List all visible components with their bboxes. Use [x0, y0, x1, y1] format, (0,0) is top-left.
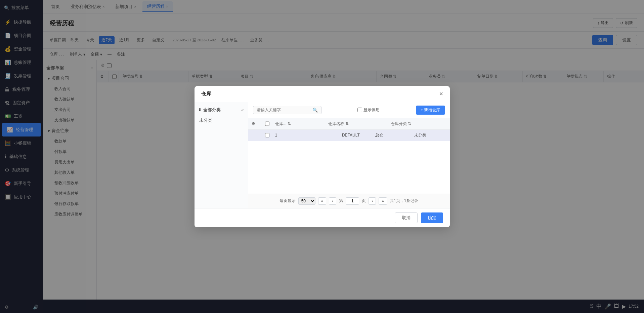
modal-table: ⚙ 仓库... ⇅ 仓库名称 ⇅ 仓库分类 ⇅ 1 DEFAULT 总仓: [248, 118, 450, 194]
modal-total-info: 共1页，1条记录: [390, 198, 418, 204]
modal-table-header: ⚙ 仓库... ⇅ 仓库名称 ⇅ 仓库分类 ⇅: [248, 118, 450, 130]
show-disabled-label: 显示停用: [363, 107, 380, 113]
modal-actions: 取消 确定: [195, 208, 450, 227]
modal-next-btn[interactable]: ›: [369, 197, 376, 205]
row-no: 1: [272, 130, 305, 141]
row-gear: [248, 130, 262, 141]
add-warehouse-button[interactable]: + 新增仓库: [416, 106, 445, 115]
modal-left-panel: ⠿ 全部分类 « 未分类: [195, 102, 248, 208]
modal-page-suffix: 页: [362, 198, 366, 204]
th-check: [262, 118, 272, 129]
modal-last-btn[interactable]: »: [379, 197, 387, 205]
modal-cat-unclassified[interactable]: 未分类: [195, 115, 248, 126]
modal-title: 仓库: [201, 91, 211, 97]
modal-search-input[interactable]: [257, 108, 310, 112]
th-gear: ⚙: [248, 118, 262, 129]
confirm-button[interactable]: 确定: [421, 212, 443, 223]
row-default: DEFAULT: [339, 130, 372, 141]
th-warehouse-category: 仓库分类 ⇅: [387, 118, 450, 129]
modal-search-box[interactable]: 🔍: [253, 106, 321, 114]
modal-left-collapse-btn[interactable]: «: [241, 107, 244, 113]
modal-per-page-label: 每页显示: [280, 198, 296, 204]
modal-page-input[interactable]: [346, 197, 359, 205]
modal-body: ⠿ 全部分类 « 未分类 🔍 显示停用: [195, 102, 450, 208]
grid-icon: ⠿: [199, 107, 202, 112]
table-row: 1 DEFAULT 总仓 未分类: [248, 130, 450, 141]
all-category-label[interactable]: 全部分类: [203, 107, 221, 113]
modal-right-panel: 🔍 显示停用 + 新增仓库 ⚙ 仓库... ⇅ 仓库名称 ⇅: [248, 102, 450, 208]
warehouse-modal: 仓库 × ⠿ 全部分类 « 未分类: [195, 86, 450, 227]
th-warehouse-code: 仓库... ⇅: [272, 118, 325, 129]
row-name: 总仓: [372, 130, 411, 141]
search-icon: 🔍: [312, 108, 318, 113]
row-code: [305, 130, 339, 141]
modal-per-page-select[interactable]: 50 20 100: [298, 197, 315, 205]
modal-prev-btn[interactable]: ‹: [329, 197, 336, 205]
row-category: 未分类: [411, 130, 450, 141]
modal-close-button[interactable]: ×: [439, 91, 443, 97]
th-all-check[interactable]: [265, 121, 269, 126]
show-disabled-group: 显示停用: [357, 107, 380, 113]
modal-footer-pagination: 每页显示 50 20 100 « ‹ 第 页 › » 共1页，1条记录: [248, 194, 450, 208]
row-check[interactable]: [265, 133, 269, 138]
show-disabled-checkbox[interactable]: [357, 108, 362, 112]
modal-toolbar: 🔍 显示停用 + 新增仓库: [248, 102, 450, 118]
modal-overlay: 仓库 × ⠿ 全部分类 « 未分类: [0, 0, 644, 313]
modal-first-btn[interactable]: «: [318, 197, 327, 205]
th-warehouse-name: 仓库名称 ⇅: [325, 118, 387, 129]
modal-page-label: 第: [339, 198, 343, 204]
modal-left-header: ⠿ 全部分类 «: [195, 105, 248, 115]
cancel-button[interactable]: 取消: [395, 212, 418, 223]
modal-left-title: ⠿ 全部分类: [199, 107, 221, 113]
row-checkbox[interactable]: [262, 130, 272, 141]
modal-header: 仓库 ×: [195, 86, 450, 102]
